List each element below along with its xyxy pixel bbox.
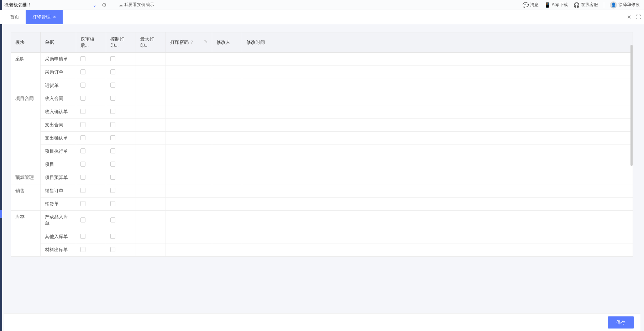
modifier-cell	[212, 53, 242, 66]
checkbox[interactable]	[80, 148, 85, 153]
max-print-cell[interactable]	[136, 171, 166, 184]
password-cell[interactable]	[166, 211, 212, 230]
checkbox[interactable]	[80, 188, 85, 193]
edit-icon[interactable]: ✎	[204, 39, 208, 44]
password-cell[interactable]	[166, 145, 212, 158]
password-cell[interactable]	[166, 53, 212, 66]
max-print-cell[interactable]	[136, 211, 166, 230]
control-checkbox-cell	[106, 243, 136, 257]
checkbox[interactable]	[80, 201, 85, 206]
max-print-cell[interactable]	[136, 105, 166, 119]
left-edge-accent	[0, 210, 2, 218]
scrollbar-thumb[interactable]	[630, 45, 633, 166]
app-download-link[interactable]: 📱 App下载	[544, 2, 568, 8]
checkbox[interactable]	[80, 175, 85, 180]
footer-bar: 保存	[4, 313, 640, 331]
modify-time-cell	[242, 145, 633, 158]
checkbox[interactable]	[110, 234, 115, 239]
checkbox[interactable]	[110, 56, 115, 61]
control-checkbox-cell	[106, 119, 136, 132]
max-print-cell[interactable]	[136, 158, 166, 171]
password-cell[interactable]	[166, 105, 212, 119]
checkbox[interactable]	[110, 175, 115, 180]
checkbox[interactable]	[80, 109, 85, 114]
online-service-link[interactable]: 🎧 在线客服	[574, 2, 598, 8]
password-cell[interactable]	[166, 132, 212, 145]
avatar: 👤	[610, 1, 617, 9]
checkbox[interactable]	[110, 83, 115, 88]
modify-time-cell	[242, 79, 633, 92]
max-print-cell[interactable]	[136, 184, 166, 198]
max-print-cell[interactable]	[136, 132, 166, 145]
help-icon[interactable]: ?	[190, 40, 193, 45]
col-header-password: 打印密码 ? ✎	[166, 32, 212, 53]
table-row: 销货单	[11, 198, 633, 211]
audit-checkbox-cell	[76, 171, 106, 184]
modifier-cell	[212, 243, 242, 257]
checkbox[interactable]	[110, 217, 115, 222]
checkbox[interactable]	[110, 188, 115, 193]
max-print-cell[interactable]	[136, 145, 166, 158]
document-cell: 收入确认单	[40, 105, 76, 119]
modifier-cell	[212, 119, 242, 132]
max-print-cell[interactable]	[136, 92, 166, 105]
checkbox[interactable]	[80, 162, 85, 167]
close-icon[interactable]: ✕	[53, 15, 56, 20]
checkbox[interactable]	[80, 135, 85, 140]
checkbox[interactable]	[80, 234, 85, 239]
user-menu[interactable]: 👤 徐泽华修改	[610, 1, 640, 9]
col-header-modify-time: 修改时间	[242, 32, 633, 53]
modifier-cell	[212, 171, 242, 184]
checkbox[interactable]	[80, 96, 85, 101]
save-button[interactable]: 保存	[608, 316, 634, 329]
max-print-cell[interactable]	[136, 243, 166, 257]
password-cell[interactable]	[166, 79, 212, 92]
modify-time-cell	[242, 92, 633, 105]
company-dropdown[interactable]: 徐老板勿删！ ⌄	[4, 2, 97, 8]
password-cell[interactable]	[166, 243, 212, 257]
checkbox[interactable]	[110, 69, 115, 74]
checkbox[interactable]	[110, 247, 115, 252]
checkbox[interactable]	[80, 122, 85, 127]
document-cell: 材料出库单	[40, 243, 76, 257]
checkbox[interactable]	[110, 162, 115, 167]
max-print-cell[interactable]	[136, 230, 166, 243]
checkbox[interactable]	[80, 69, 85, 74]
table-row: 项目执行单	[11, 145, 633, 158]
password-cell[interactable]	[166, 184, 212, 198]
checkbox[interactable]	[80, 247, 85, 252]
fullscreen-icon[interactable]: ⛶	[636, 14, 641, 20]
checkbox[interactable]	[110, 109, 115, 114]
password-cell[interactable]	[166, 171, 212, 184]
checkbox[interactable]	[110, 96, 115, 101]
table-row: 支出合同	[11, 119, 633, 132]
gear-icon[interactable]: ⚙	[102, 2, 106, 8]
close-all-icon[interactable]: ✕	[627, 14, 632, 20]
checkbox[interactable]	[110, 148, 115, 153]
max-print-cell[interactable]	[136, 119, 166, 132]
checkbox[interactable]	[80, 56, 85, 61]
max-print-cell[interactable]	[136, 198, 166, 211]
password-cell[interactable]	[166, 66, 212, 79]
tab-home[interactable]: 首页	[4, 10, 26, 24]
checkbox[interactable]	[110, 135, 115, 140]
password-cell[interactable]	[166, 198, 212, 211]
password-cell[interactable]	[166, 92, 212, 105]
document-cell: 销售订单	[40, 184, 76, 198]
password-cell[interactable]	[166, 230, 212, 243]
checkbox[interactable]	[110, 122, 115, 127]
messages-link[interactable]: 💬 消息	[523, 2, 539, 8]
document-cell: 进货单	[40, 79, 76, 92]
checkbox[interactable]	[80, 83, 85, 88]
max-print-cell[interactable]	[136, 79, 166, 92]
max-print-cell[interactable]	[136, 53, 166, 66]
demo-link[interactable]: ☁ 我要看实例演示	[119, 2, 154, 8]
modifier-cell	[212, 184, 242, 198]
password-cell[interactable]	[166, 119, 212, 132]
table-container: 模块 单据 仅审核后... 控制打印... 最大打印... 打印密码 ? ✎ 修…	[11, 32, 633, 257]
password-cell[interactable]	[166, 158, 212, 171]
max-print-cell[interactable]	[136, 66, 166, 79]
checkbox[interactable]	[80, 217, 85, 222]
tab-print-management[interactable]: 打印管理 ✕	[26, 10, 63, 24]
checkbox[interactable]	[110, 201, 115, 206]
